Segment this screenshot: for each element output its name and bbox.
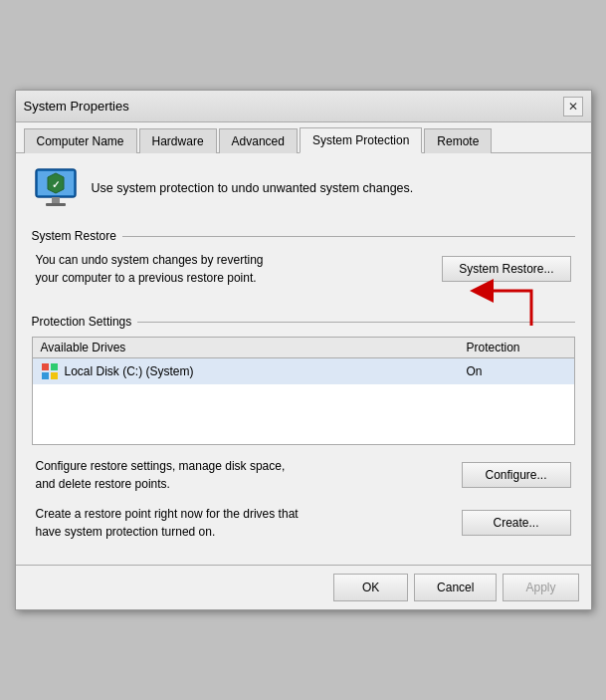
tab-system-protection[interactable]: System Protection — [300, 127, 422, 153]
cancel-button[interactable]: Cancel — [414, 574, 497, 601]
system-restore-section: System Restore You can undo system chang… — [32, 229, 575, 287]
svg-rect-8 — [51, 363, 58, 370]
svg-rect-4 — [52, 197, 60, 203]
svg-rect-7 — [42, 363, 49, 370]
info-text: Use system protection to undo unwanted s… — [92, 180, 414, 198]
create-button[interactable]: Create... — [462, 510, 571, 536]
drive-cell: Local Disk (C:) (System) — [41, 362, 467, 380]
svg-rect-9 — [42, 372, 49, 379]
create-row: Create a restore point right now for the… — [32, 505, 575, 541]
col-protection: Protection — [467, 341, 566, 354]
protection-status: On — [467, 364, 566, 378]
configure-row: Configure restore settings, manage disk … — [32, 457, 575, 493]
protection-settings-section: Protection Settings Available Drives Pro… — [32, 315, 575, 445]
main-content: ✓ Use system protection to undo unwanted… — [16, 153, 591, 565]
tab-remote[interactable]: Remote — [424, 128, 492, 153]
system-properties-dialog: System Properties ✕ Computer Name Hardwa… — [15, 90, 592, 610]
col-available-drives: Available Drives — [41, 341, 467, 354]
ok-button[interactable]: OK — [333, 574, 408, 601]
table-header: Available Drives Protection — [33, 338, 574, 358]
drive-name: Local Disk (C:) (System) — [65, 364, 194, 378]
table-empty-area — [33, 384, 574, 444]
tab-advanced[interactable]: Advanced — [219, 128, 298, 153]
system-restore-row: You can undo system changes by reverting… — [32, 251, 575, 287]
create-text: Create a restore point right now for the… — [36, 505, 299, 541]
svg-rect-5 — [46, 203, 66, 206]
protection-table: Available Drives Protection Local Disk (… — [32, 337, 575, 445]
system-restore-label: System Restore — [32, 229, 575, 243]
close-button[interactable]: ✕ — [563, 97, 583, 117]
bottom-bar: OK Cancel Apply — [16, 565, 591, 609]
window-title: System Properties — [24, 99, 129, 114]
svg-text:✓: ✓ — [52, 179, 60, 190]
system-restore-description: You can undo system changes by reverting… — [36, 251, 264, 287]
configure-text: Configure restore settings, manage disk … — [36, 457, 286, 493]
drive-icon — [41, 362, 59, 380]
info-row: ✓ Use system protection to undo unwanted… — [32, 165, 575, 213]
tabs-bar: Computer Name Hardware Advanced System P… — [16, 122, 591, 153]
title-bar: System Properties ✕ — [16, 91, 591, 122]
tab-computer-name[interactable]: Computer Name — [24, 128, 137, 153]
tab-hardware[interactable]: Hardware — [139, 128, 217, 153]
svg-rect-10 — [51, 372, 58, 379]
system-protection-icon: ✓ — [32, 165, 80, 213]
table-row[interactable]: Local Disk (C:) (System) On — [33, 358, 574, 384]
configure-button[interactable]: Configure... — [462, 462, 571, 488]
red-arrow-indicator — [452, 276, 541, 331]
apply-button[interactable]: Apply — [503, 574, 578, 601]
